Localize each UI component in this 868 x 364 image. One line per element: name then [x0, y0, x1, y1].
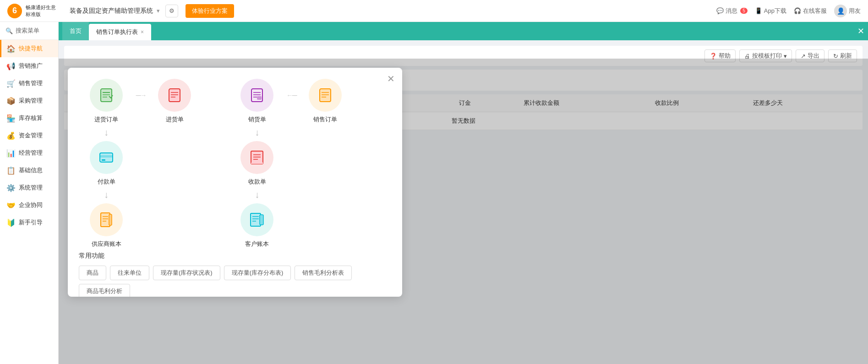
- sidebar-item-enterprise[interactable]: 🤝 企业协同: [0, 196, 58, 214]
- app-wrapper: 6 畅康通好生意 标准版 装备及固定资产辅助管理系统 ▾ ⚙ 体验行业方案 💬 …: [0, 0, 868, 364]
- purchase-order-label: 进货订单: [94, 115, 118, 124]
- main-area: 🔍 搜索菜单 🏠 快捷导航 📢 营销推广 🛒 销售管理 📦 采购管理 🏪: [0, 22, 868, 364]
- tab-close-icon[interactable]: ×: [141, 24, 144, 40]
- purchase-bill-label: 进货单: [166, 115, 184, 124]
- message-group[interactable]: 💬 消息 5: [716, 7, 748, 15]
- arrow-h-1: - - - - →: [134, 92, 147, 99]
- flow-purchase-order[interactable]: 进货订单: [79, 79, 134, 124]
- search-label: 搜索菜单: [16, 27, 39, 35]
- modal-overlay[interactable]: ✕ 进货订单: [59, 59, 868, 364]
- svg-rect-30: [320, 89, 331, 102]
- sales-order-icon: [309, 79, 342, 112]
- sidebar-item-operations[interactable]: 📊 经营管理: [0, 144, 58, 162]
- payment-label: 付款单: [98, 178, 115, 186]
- right-flow: 销售订单: [298, 79, 353, 124]
- online-service-label: 在线客服: [803, 7, 827, 15]
- message-badge: 5: [740, 8, 748, 14]
- settings-icon-btn[interactable]: ⚙: [165, 5, 178, 17]
- sidebar-item-basic[interactable]: 📋 基础信息: [0, 162, 58, 179]
- sidebar-item-purchase[interactable]: 📦 采购管理: [0, 92, 58, 109]
- tab-home[interactable]: 首页: [62, 22, 89, 40]
- svg-rect-25: [251, 213, 261, 226]
- arrow-v-1: ↓: [90, 125, 123, 139]
- svg-rect-0: [101, 89, 112, 102]
- trial-button[interactable]: 体验行业方案: [186, 4, 234, 18]
- sales-bill-icon: [240, 79, 273, 112]
- flow-sales-order[interactable]: 销售订单: [298, 79, 353, 124]
- flow-receipt[interactable]: 收款单: [229, 141, 284, 186]
- marketing-icon: 📢: [7, 62, 15, 70]
- payment-icon: [90, 141, 123, 174]
- sidebar: 🔍 搜索菜单 🏠 快捷导航 📢 营销推广 🛒 销售管理 📦 采购管理 🏪: [0, 22, 59, 364]
- home-icon: 🏠: [7, 44, 15, 53]
- supplier-ledger-icon: [90, 203, 123, 236]
- svg-rect-6: [102, 159, 105, 161]
- func-btn-sales-profit[interactable]: 销售毛利分析表: [295, 266, 352, 280]
- mid-left-flow: 进货单: [147, 79, 202, 124]
- sidebar-label-operations: 经营管理: [19, 149, 43, 157]
- common-functions: 常用功能 商品 往来单位 现存量(库存状况表) 现存量(库存分布表) 销售毛利分…: [79, 252, 391, 297]
- arrow-h-1-wrap: - - - - →: [134, 79, 147, 110]
- sidebar-item-quick-nav[interactable]: 🏠 快捷导航: [0, 40, 58, 57]
- sidebar-label-purchase: 采购管理: [19, 97, 43, 105]
- sales-order-label: 销售订单: [313, 115, 337, 124]
- basic-icon: 📋: [7, 166, 15, 174]
- arrow-v-4: ↓: [240, 188, 273, 201]
- sidebar-search[interactable]: 🔍 搜索菜单: [0, 22, 58, 40]
- sidebar-item-finance[interactable]: 💰 资金管理: [0, 127, 58, 144]
- logo-section: 6 畅康通好生意 标准版: [7, 4, 66, 18]
- func-btn-partner[interactable]: 往来单位: [110, 266, 149, 280]
- modal-close-btn[interactable]: ✕: [387, 73, 395, 84]
- tab-bar-close-icon[interactable]: ✕: [857, 26, 864, 36]
- svg-rect-8: [109, 214, 112, 225]
- sidebar-label-basic: 基础信息: [19, 166, 43, 174]
- newbie-icon: 🔰: [7, 218, 15, 227]
- flow-payment[interactable]: 付款单: [79, 141, 134, 186]
- sidebar-label-quick-nav: 快捷导航: [19, 44, 43, 53]
- svg-rect-20: [257, 96, 262, 100]
- sidebar-label-newbie: 新手引导: [19, 218, 43, 227]
- flow-purchase-bill[interactable]: 进货单: [147, 79, 202, 124]
- flow-customer-ledger[interactable]: 客户账本: [229, 203, 284, 248]
- svg-rect-12: [169, 89, 180, 102]
- svg-rect-5: [100, 155, 113, 158]
- sidebar-item-sales[interactable]: 🛒 销售管理: [0, 75, 58, 92]
- purchase-bill-icon: [158, 79, 191, 112]
- func-btn-stock-status[interactable]: 现存量(库存状况表): [153, 266, 220, 280]
- sidebar-label-sales: 销售管理: [19, 79, 43, 87]
- sidebar-item-newbie[interactable]: 🔰 新手引导: [0, 214, 58, 231]
- func-btn-product[interactable]: 商品: [79, 266, 106, 280]
- user-name: 用友: [849, 7, 861, 15]
- sidebar-item-marketing[interactable]: 📢 营销推广: [0, 57, 58, 75]
- svg-rect-26: [260, 215, 263, 225]
- user-group[interactable]: 👤 用友: [834, 5, 861, 17]
- sidebar-label-finance: 资金管理: [19, 131, 43, 140]
- sidebar-item-system[interactable]: ⚙️ 系统管理: [0, 179, 58, 196]
- content-area: 首页 销售订单执行表 × ✕ ❓ 帮助: [59, 22, 868, 364]
- func-btn-product-profit[interactable]: 商品毛利分析: [79, 284, 130, 297]
- app-download-group[interactable]: 📱 App下载: [755, 7, 786, 15]
- arrow-h-2: ← - - - -: [284, 92, 298, 99]
- active-tab-label: 销售订单执行表: [96, 24, 138, 40]
- online-service-group[interactable]: 🎧 在线客服: [794, 7, 827, 15]
- flow-sales-bill[interactable]: 销货单: [229, 79, 284, 124]
- flow-supplier-ledger[interactable]: 供应商账本: [79, 203, 134, 248]
- tab-sales-execution[interactable]: 销售订单执行表 ×: [89, 24, 151, 40]
- func-btn-stock-dist[interactable]: 现存量(库存分布表): [224, 266, 291, 280]
- sales-icon: 🛒: [7, 79, 15, 87]
- system-title: 装备及固定资产辅助管理系统: [70, 7, 153, 15]
- home-tab-label: 首页: [70, 22, 82, 40]
- dropdown-arrow-icon[interactable]: ▾: [157, 7, 160, 14]
- sidebar-item-inventory[interactable]: 🏪 库存核算: [0, 109, 58, 127]
- mid-right-flow: 销货单 ↓ 收款单 ↓: [229, 79, 284, 248]
- avatar: 👤: [834, 5, 847, 17]
- supplier-ledger-label: 供应商账本: [92, 240, 121, 248]
- sidebar-label-system: 系统管理: [19, 184, 43, 192]
- receipt-icon: [240, 141, 273, 174]
- message-label: 消息: [726, 7, 737, 15]
- arrow-h-2-wrap: ← - - - -: [284, 79, 298, 110]
- purchase-order-icon: [90, 79, 123, 112]
- enterprise-icon: 🤝: [7, 201, 15, 209]
- inventory-icon: 🏪: [7, 114, 15, 122]
- receipt-label: 收款单: [248, 178, 266, 186]
